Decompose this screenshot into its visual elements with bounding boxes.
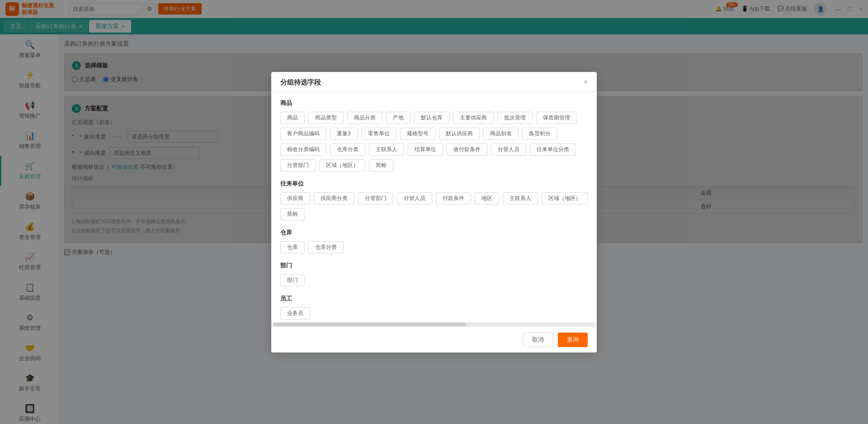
field-tag-partner-6[interactable]: 主联系人 [503,192,538,205]
field-tag-warehouse-1[interactable]: 仓库分类 [308,241,344,253]
section-department-title: 部门 [280,262,588,270]
field-tag-department-0[interactable]: 部门 [280,274,305,286]
field-tag-partner-7[interactable]: 区域（地区） [542,192,588,205]
employee-field-tags: 业务员 [280,307,588,319]
field-tag-warehouse-0[interactable]: 仓库 [280,241,305,253]
field-tag-goods-15[interactable]: 税收分类编码 [280,143,326,156]
warehouse-field-tags: 仓库 仓库分类 [280,241,588,253]
modal-overlay: 分组待选字段 × 商品 商品 商品类型 商品分类 产地 默认仓库 主要供应商 批… [0,0,868,424]
modal-cancel-button[interactable]: 取消 [523,333,553,347]
field-tag-goods-20[interactable]: 分管人员 [491,143,526,156]
field-select-modal: 分组待选字段 × 商品 商品 商品类型 商品分类 产地 默认仓库 主要供应商 批… [271,72,597,353]
field-tag-goods-17[interactable]: 主联系人 [369,143,404,156]
hscroll-thumb[interactable] [273,323,466,326]
field-tag-partner-1[interactable]: 供应商分类 [314,192,354,205]
modal-body: 商品 商品 商品类型 商品分类 产地 默认仓库 主要供应商 批次管理 保质期管理… [271,92,597,322]
partner-field-tags: 供应商 供应商分类 分管部门 分管人员 付款条件 地区 主联系人 区域（地区） … [280,192,588,220]
modal-title: 分组待选字段 [280,78,321,87]
field-tag-goods-2[interactable]: 商品分类 [347,112,382,124]
field-tag-employee-0[interactable]: 业务员 [280,307,310,319]
field-tag-goods-22[interactable]: 分管部门 [280,159,316,172]
field-tag-goods-8[interactable]: 客户商品编码 [280,128,326,140]
field-tag-goods-12[interactable]: 默认供应商 [439,128,480,140]
field-tag-partner-3[interactable]: 分管人员 [397,192,432,205]
hscroll-track [273,323,595,326]
field-tag-partner-4[interactable]: 付款条件 [436,192,471,205]
field-tag-goods-21[interactable]: 往来单位分类 [530,143,576,156]
field-tag-partner-0[interactable]: 供应商 [280,192,310,205]
field-tag-goods-5[interactable]: 主要供应商 [453,112,494,124]
field-tag-goods-18[interactable]: 结算单位 [408,143,443,156]
department-field-tags: 部门 [280,274,588,286]
field-tag-goods-7[interactable]: 保质期管理 [536,112,577,124]
field-tag-goods-14[interactable]: 炼货积分 [522,128,557,140]
field-tag-goods-10[interactable]: 零售单位 [361,128,396,140]
modal-footer: 取消 查询 [271,327,597,353]
field-tag-goods-19[interactable]: 收付款条件 [447,143,487,156]
field-tag-partner-8[interactable]: 简称 [280,208,305,220]
field-tag-partner-5[interactable]: 地区 [475,192,499,205]
section-partner-title: 往来单位 [280,180,588,188]
field-tag-goods-9[interactable]: 重量3 [330,128,358,140]
field-tag-goods-16[interactable]: 仓库分类 [330,143,365,156]
field-tag-goods-24[interactable]: 简称 [369,159,393,172]
modal-confirm-button[interactable]: 查询 [558,333,588,347]
field-tag-goods-23[interactable]: 区域（地区） [319,159,365,172]
goods-field-tags: 商品 商品类型 商品分类 产地 默认仓库 主要供应商 批次管理 保质期管理 客户… [280,112,588,172]
section-employee-title: 员工 [280,295,588,303]
field-tag-goods-3[interactable]: 产地 [386,112,410,124]
section-partner: 往来单位 供应商 供应商分类 分管部门 分管人员 付款条件 地区 主联系人 区域… [280,180,588,220]
field-tag-partner-2[interactable]: 分管部门 [358,192,393,205]
section-goods-title: 商品 [280,99,588,107]
section-warehouse: 仓库 仓库 仓库分类 [280,229,588,253]
section-warehouse-title: 仓库 [280,229,588,237]
modal-header: 分组待选字段 × [271,72,597,92]
modal-close-button[interactable]: × [584,78,588,86]
field-tag-goods-0[interactable]: 商品 [280,112,305,124]
field-tag-goods-11[interactable]: 规格型号 [400,128,435,140]
modal-hscrollbar[interactable] [271,322,597,327]
field-tag-goods-1[interactable]: 商品类型 [308,112,344,124]
field-tag-goods-13[interactable]: 商品别名 [483,128,519,140]
field-tag-goods-6[interactable]: 批次管理 [497,112,533,124]
field-tag-goods-4[interactable]: 默认仓库 [414,112,449,124]
section-department: 部门 部门 [280,262,588,286]
section-employee: 员工 业务员 [280,295,588,319]
section-goods: 商品 商品 商品类型 商品分类 产地 默认仓库 主要供应商 批次管理 保质期管理… [280,99,588,172]
